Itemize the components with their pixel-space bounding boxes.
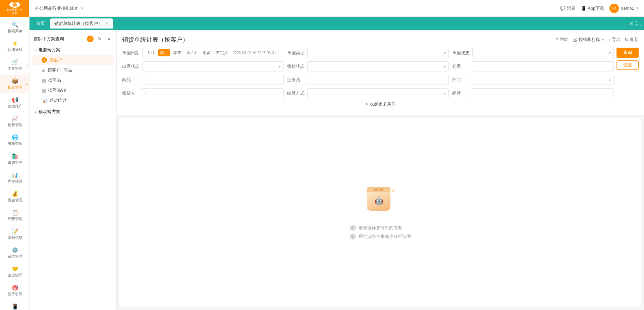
message-icon: 💬 [560, 6, 566, 11]
goods-field[interactable]: ··· [141, 75, 284, 85]
apps-icon: 📱 [12, 303, 18, 310]
app-download-button[interactable]: 📱 App下载 [581, 5, 604, 11]
sidebar-item-operation[interactable]: 📋 经营管理 [0, 206, 29, 225]
tab-close-all-icon[interactable]: ✕ [629, 20, 633, 27]
tree-expand-mobile-icon: ▸ [35, 110, 37, 114]
tree-group-pc-label: 电脑端方案 [39, 47, 111, 53]
scheme-add-button[interactable]: + [87, 36, 94, 42]
sidebar: 畅 畅捷通好生意 标版 🔍 搜索菜单 ⚡ 快捷导航 🛒 零售管理 ▾ 📦 批发管… [0, 0, 30, 310]
sidebar-logo: 畅 畅捷通好生意 标版 [0, 0, 29, 17]
brand-row: 品牌 ··· [452, 88, 614, 98]
content-area: 按以下方案查询 + ↻ « ▾ 电脑端方案 [30, 30, 644, 310]
collapse-bar[interactable]: ∧ 收起更多条件 [122, 98, 639, 110]
sidebar-item-sales[interactable]: 📈 销售管理 [0, 112, 29, 131]
last-7-btn[interactable]: 近7天 [185, 49, 199, 56]
order-status-field[interactable] [472, 48, 614, 58]
top-header: 办公用品行业模拟账套 ▾ 💬 消息 📱 App下载 Ea demo2 ▾ [30, 0, 644, 17]
salesperson-field[interactable]: ··· [306, 75, 449, 85]
filter-area: 销货单统计表（按客户） ? 帮助 🖨 按模板打印 ▾ ↑ [117, 30, 644, 115]
settlement-field[interactable] [307, 88, 449, 98]
department-field[interactable] [471, 75, 614, 85]
template-print-button[interactable]: 🖨 按模板打印 ▾ [573, 37, 604, 43]
sidebar-item-ecommerce[interactable]: 🌐 电商管理 [0, 131, 29, 150]
warehouse-field[interactable]: ··· [471, 61, 614, 71]
sidebar-item-marketing[interactable]: 📢 营销推广 [0, 93, 29, 112]
sidebar-item-system[interactable]: ⚙️ 系统管理 [0, 244, 29, 262]
this-year-btn[interactable]: 本年 [171, 49, 183, 56]
empty-illustration: ✦ 🤖 [360, 186, 400, 219]
tab-home[interactable]: 首页 [32, 18, 49, 29]
sidebar-item-basic[interactable]: 📝 基础信息 [0, 225, 29, 244]
message-button[interactable]: 💬 消息 [560, 5, 576, 11]
tree-item-by-customer-goods[interactable]: ⊞ 按客户+商品 [32, 65, 114, 75]
date-range-text: 2023-03-01 至 2023-03-31 [233, 50, 276, 55]
scheme-header-title: 按以下方案查询 [34, 36, 64, 42]
add-icon: + [89, 37, 91, 41]
help-button[interactable]: ? 帮助 [556, 37, 569, 43]
export-button[interactable]: ↑ 导出 [608, 37, 621, 43]
refresh-button[interactable]: ↻ 刷新 [625, 37, 639, 43]
last-month-btn[interactable]: 上月 [145, 49, 157, 56]
this-month-btn[interactable]: 本月 [158, 49, 170, 56]
tree-item-by-goods[interactable]: ▦ 按商品 [32, 75, 114, 85]
home-tab-label: 首页 [36, 20, 45, 27]
order-type-field[interactable] [307, 48, 449, 58]
tree-group-pc-header[interactable]: ▾ 电脑端方案 [32, 45, 114, 55]
out-status-row: 出库状态 [122, 61, 284, 71]
brand-field[interactable]: ··· [471, 88, 614, 98]
sidebar-item-inventory[interactable]: 📊 库存核算 [0, 168, 29, 187]
wholesale-arrow-icon: ▴ [26, 82, 28, 86]
sidebar-item-retail[interactable]: 🛒 零售管理 ▾ [0, 56, 29, 74]
operation-icon: 📋 [12, 209, 18, 216]
sidebar-item-quick-nav[interactable]: ⚡ 快捷导航 [0, 37, 29, 56]
scheme-refresh-button[interactable]: ↻ [96, 36, 103, 42]
department-row: 部门 [452, 75, 614, 85]
sidebar-item-newbie[interactable]: 🎯 新手引导 [0, 281, 29, 300]
tree-item-by-goods-99[interactable]: ▦ 按商品99 [32, 85, 114, 95]
setting-button[interactable]: 设置 [616, 60, 639, 70]
app-title-dropdown-icon[interactable]: ▾ [81, 6, 84, 11]
out-status-field[interactable] [142, 61, 284, 71]
tab-sales-stat[interactable]: 销货单统计表（按客户） ✕ [50, 18, 113, 29]
avatar: Ea [609, 4, 619, 13]
sidebar-nav: 🔍 搜索菜单 ⚡ 快捷导航 🛒 零售管理 ▾ 📦 批发管理 ▴ 📢 营销推广 📈… [0, 17, 29, 310]
sales-stat-tab-label: 销货单统计表（按客户） [54, 20, 102, 27]
filter-buttons: 查询 设置 [616, 48, 639, 98]
wholesale-icon: 📦 [12, 78, 18, 84]
sales-icon: 📈 [12, 115, 18, 122]
tree-item-by-customer[interactable]: ● 按客户 [32, 55, 114, 65]
sidebar-item-search[interactable]: 🔍 搜索菜单 [0, 18, 29, 37]
sidebar-item-apps[interactable]: 📱 应用中心 [0, 300, 29, 310]
collapse-scheme-icon: « [108, 37, 110, 41]
order-type-dropdown-icon [444, 50, 446, 55]
sidebar-item-enterprise[interactable]: 🤝 企业协同 [0, 262, 29, 281]
custom-btn[interactable]: 自定义 [214, 49, 230, 56]
tab-maximize-icon[interactable]: ⛶ [636, 20, 641, 27]
payment-status-field[interactable] [307, 61, 449, 71]
date-label: 单据日期 [122, 50, 140, 56]
robot-face-icon: 🤖 [374, 196, 383, 205]
marketing-icon: 📢 [12, 97, 18, 103]
more-btn[interactable]: 更多 [201, 49, 213, 56]
user-menu[interactable]: Ea demo2 ▾ [609, 4, 639, 13]
filter-content: 单据日期 上月 本月 本年 近7天 更多 自定义 2023-03-01 至 20… [122, 48, 639, 98]
date-filter[interactable]: 上月 本月 本年 近7天 更多 自定义 2023-03-01 至 2023-03… [142, 48, 278, 58]
tree-group-mobile: ▸ 移动端方案 [32, 107, 114, 117]
download-icon: 📱 [581, 6, 586, 11]
scheme-collapse-button[interactable]: « [106, 36, 112, 42]
logo-text: 畅捷通好生意 标版 [7, 8, 23, 15]
salesperson-row: 业务员 ··· [287, 75, 449, 85]
sparkle-icon: ✦ [390, 187, 395, 195]
goods-row: 商品 ··· [122, 75, 284, 85]
payment-status-row: 收款状态 [287, 61, 449, 71]
salesperson-label: 业务员 [287, 77, 303, 83]
sidebar-item-finance[interactable]: 💰 资金管理 [0, 187, 29, 206]
sidebar-item-wholesale[interactable]: 📦 批发管理 ▴ [0, 74, 29, 93]
tab-close-icon[interactable]: ✕ [104, 21, 109, 26]
empty-tip-2: ② 用过滤条件来缩小分析范围 [350, 234, 411, 240]
tree-group-mobile-header[interactable]: ▸ 移动端方案 [32, 107, 114, 117]
tree-item-return-stat[interactable]: 📊 退货统计 [32, 95, 114, 105]
query-button[interactable]: 查询 [616, 48, 639, 58]
sidebar-item-purchase[interactable]: 🛍️ 采购管理 [0, 150, 29, 168]
receiver-field[interactable]: ··· [141, 88, 284, 98]
